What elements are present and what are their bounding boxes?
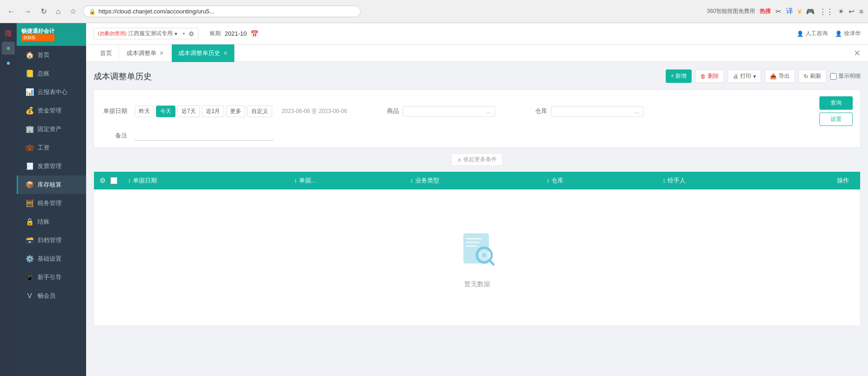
scissors-icon: ✂ xyxy=(775,7,781,16)
filter-settings-button[interactable]: 设置 xyxy=(819,113,853,126)
top-bar: (勿删勿禁用) 江西服宝测试专用 ▾ ＋ ⚙ 账期 2021-10 📅 👤 人工… xyxy=(86,23,868,44)
tab-cost-adjust[interactable]: 成本调整单 ✕ xyxy=(120,44,171,62)
sidebar-item-reports[interactable]: 📊 云报表中心 xyxy=(17,83,86,101)
sort-type-icon[interactable]: ↕ xyxy=(410,177,413,184)
date-btn-custom[interactable]: 自定义 xyxy=(247,106,272,117)
star-button[interactable]: ☆ xyxy=(67,5,79,18)
th-action-label: 操作 xyxy=(837,176,849,185)
company-selector[interactable]: (勿删勿禁用) 江西服宝测试专用 ▾ ＋ ⚙ xyxy=(94,28,199,39)
forward-button[interactable]: → xyxy=(21,6,34,18)
date-btn-7days[interactable]: 近7天 xyxy=(177,106,200,117)
sidebar-item-invoice[interactable]: 🧾 发票管理 xyxy=(17,157,86,175)
date-btn-yesterday[interactable]: 昨天 xyxy=(135,106,154,117)
sidebar-item-ledger[interactable]: 📒 总账 xyxy=(17,64,86,83)
collapse-button[interactable]: ∧ 收起更多条件 xyxy=(451,153,503,166)
back-button[interactable]: ← xyxy=(5,6,18,18)
sidebar-item-ledger-label: 总账 xyxy=(37,69,50,78)
sidebar-item-close-label: 结账 xyxy=(37,218,50,226)
select-all-checkbox[interactable] xyxy=(110,177,118,184)
refresh-button[interactable]: ↻ xyxy=(38,5,50,18)
sort-warehouse-icon[interactable]: ↕ xyxy=(546,177,550,184)
grid-icon: ⋮⋮ xyxy=(819,7,833,16)
svg-rect-2 xyxy=(466,242,480,243)
company-name-text: 江西服宝测试专用 xyxy=(128,30,173,38)
sidebar-item-home-label: 首页 xyxy=(37,51,50,59)
tab-history-close-icon[interactable]: ✕ xyxy=(223,50,228,56)
fixed-assets-icon: 🏢 xyxy=(25,125,34,133)
sidebar-item-tax[interactable]: 🧮 税务管理 xyxy=(17,194,86,213)
filter-row-remark: 备注 xyxy=(101,131,853,141)
user-avatar-icon: 👤 xyxy=(835,31,842,37)
menu-icon: ≡ xyxy=(859,7,863,15)
warehouse-select[interactable]: ... xyxy=(551,106,643,117)
date-filter-label: 单据日期 xyxy=(101,107,127,115)
sidebar-item-home[interactable]: 🏠 首页 xyxy=(17,46,86,64)
sidebar-item-salary[interactable]: 💼 工资 xyxy=(17,138,86,157)
sidebar-item-member[interactable]: Ⅴ 畅会员 xyxy=(17,287,86,305)
query-button[interactable]: 查询 xyxy=(819,96,853,110)
user-profile[interactable]: 👤 徐泽华 xyxy=(835,30,861,38)
page-title: 成本调整单历史 xyxy=(94,71,152,82)
tab-home[interactable]: 首页 xyxy=(94,44,119,62)
table-header: ⚙ ↕ 单据日期 ↕ 单据... ↕ 业务类型 xyxy=(94,172,860,189)
sidebar-item-guide[interactable]: 📱 新手引导 xyxy=(17,268,86,287)
svg-rect-3 xyxy=(466,245,477,247)
home-button[interactable]: ⌂ xyxy=(53,6,63,18)
empty-text: 暂无数据 xyxy=(464,280,490,288)
th-date: ↕ 单据日期 xyxy=(122,176,284,185)
date-btn-today[interactable]: 今天 xyxy=(156,106,175,117)
main-sidebar: 畅捷通好会计 旗舰版 🏠 首页 📒 总账 📊 云报表中心 💰 资金管理 xyxy=(17,23,86,376)
print-button[interactable]: 🖨 打印 ▾ xyxy=(728,69,761,83)
sort-handler-icon[interactable]: ↕ xyxy=(662,177,666,184)
close-window-icon[interactable]: ✕ xyxy=(854,48,861,58)
sort-no-icon[interactable]: ↕ xyxy=(294,177,297,184)
translate-icon: 译 xyxy=(786,7,793,16)
th-no-label: 单据... xyxy=(299,176,316,185)
icon-sidebar-item-app[interactable]: ● xyxy=(2,42,15,55)
sidebar-item-settings[interactable]: ⚙️ 基础设置 xyxy=(17,250,86,268)
sidebar-item-archive[interactable]: 🗃️ 归档管理 xyxy=(17,231,86,250)
empty-illustration xyxy=(454,226,500,273)
show-cols-checkbox[interactable] xyxy=(830,73,837,80)
icon-sidebar-item-weibo[interactable]: 微 xyxy=(2,27,15,40)
sidebar-item-inventory[interactable]: 📦 库存核算 xyxy=(17,175,86,194)
svg-rect-1 xyxy=(466,238,482,239)
th-warehouse-label: 仓库 xyxy=(551,176,563,185)
export-label: 导出 xyxy=(779,72,790,80)
th-handler-label: 经手人 xyxy=(668,176,686,185)
add-company-icon: ＋ xyxy=(181,30,187,38)
date-btn-more[interactable]: 更多 xyxy=(226,106,245,117)
service-button[interactable]: 👤 人工咨询 xyxy=(797,30,828,38)
sidebar-item-salary-label: 工资 xyxy=(37,144,50,152)
export-button[interactable]: 📤 导出 xyxy=(765,69,795,83)
sort-up-icon[interactable]: ↕ xyxy=(128,177,131,184)
table-settings-icon[interactable]: ⚙ xyxy=(100,176,106,185)
refresh-button[interactable]: ↻ 刷新 xyxy=(799,69,826,83)
goods-select[interactable]: ... xyxy=(403,106,495,117)
period-value: 2021-10 xyxy=(225,30,247,37)
tab-cost-adjust-close-icon[interactable]: ✕ xyxy=(159,50,164,56)
sidebar-item-reports-label: 云报表中心 xyxy=(37,88,68,96)
th-type-label: 业务类型 xyxy=(415,176,439,185)
filter-section: 单据日期 昨天 今天 近7天 近1月 更多 自定义 2023-06-06 至 2… xyxy=(94,89,861,148)
print-label: 打印 xyxy=(740,72,751,80)
delete-button[interactable]: 🗑 删除 xyxy=(695,69,724,83)
tab-home-label: 首页 xyxy=(100,49,112,57)
sidebar-item-invoice-label: 发票管理 xyxy=(37,162,62,170)
date-btn-1month[interactable]: 近1月 xyxy=(202,106,225,117)
sidebar-item-fixed-assets[interactable]: 🏢 固定资产 xyxy=(17,120,86,138)
icon-sidebar-item-blue[interactable]: ● xyxy=(2,56,15,69)
tab-cost-adjust-history[interactable]: 成本调整单历史 ✕ xyxy=(172,44,235,62)
new-button[interactable]: + 新增 xyxy=(666,69,692,83)
remark-input[interactable] xyxy=(135,131,274,141)
sidebar-logo[interactable]: 畅捷通好会计 旗舰版 xyxy=(17,23,86,46)
delete-label: 删除 xyxy=(708,72,719,80)
sidebar-item-close-accounts[interactable]: 🔒 结账 xyxy=(17,213,86,231)
settings-gear-icon: ⚙ xyxy=(188,30,194,38)
sidebar-item-fund[interactable]: 💰 资金管理 xyxy=(17,101,86,120)
tab-cost-adjust-label: 成本调整单 xyxy=(126,49,156,57)
content-area: (勿删勿禁用) 江西服宝测试专用 ▾ ＋ ⚙ 账期 2021-10 📅 👤 人工… xyxy=(86,23,868,376)
sidebar-logo-text: 畅捷通好会计 xyxy=(21,28,55,34)
url-bar[interactable]: 🔒 https://cloud.chanjet.com/accounting/u… xyxy=(83,6,361,17)
salary-icon: 💼 xyxy=(25,144,34,152)
